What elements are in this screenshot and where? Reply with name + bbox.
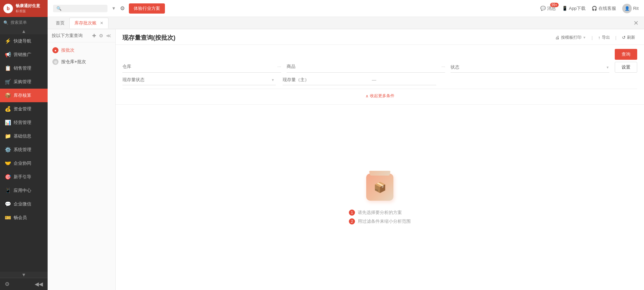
plan-icon-gray: ◎ bbox=[52, 59, 58, 65]
empty-icon-inner: 📦 bbox=[366, 174, 393, 201]
sidebar-scroll-up-btn[interactable]: ▲ bbox=[0, 28, 48, 34]
topbar-search-bar[interactable]: 🔍 bbox=[53, 5, 107, 12]
app-download-icon: 📱 bbox=[562, 6, 567, 11]
nav-label-inventory: 库存核算 bbox=[14, 92, 31, 98]
sidebar-item-enterprise[interactable]: 🤝 企业协同 bbox=[0, 157, 48, 170]
message-icon: 💬 bbox=[540, 6, 546, 11]
app-download-item[interactable]: 📱 App下载 bbox=[562, 5, 586, 12]
collapse-left-icon[interactable]: ≪ bbox=[106, 33, 111, 38]
empty-state: 📦 1 请先选择要分析的方案 2 用过滤条件来缩小分析范围 bbox=[116, 105, 644, 290]
sidebar-item-newbie[interactable]: 🎯 新手引导 bbox=[0, 170, 48, 184]
print-template-btn[interactable]: 🖨 按模板打印 ▼ bbox=[553, 33, 588, 42]
left-panel-title: 按以下方案查询 bbox=[52, 33, 83, 39]
settings-icon[interactable]: ⚙ bbox=[5, 281, 10, 287]
topbar-dropdown-icon[interactable]: ▼ bbox=[112, 6, 116, 11]
warehouse-more-icon[interactable]: ··· bbox=[277, 64, 281, 69]
sidebar-search[interactable]: 🔍 搜索菜单 bbox=[0, 17, 48, 28]
sidebar-item-ops[interactable]: 📊 经营管理 bbox=[0, 116, 48, 129]
left-panel-header: 按以下方案查询 ✚ ⚙ ≪ bbox=[48, 29, 115, 42]
company-name: 畅康通好生意 bbox=[16, 3, 40, 9]
left-panel: 按以下方案查询 ✚ ⚙ ≪ ● 按批次 ◎ 按仓库+批次 bbox=[48, 29, 116, 290]
warehouse-field: 仓库 ··· bbox=[122, 62, 281, 73]
nav-label-wechat: 企业微信 bbox=[14, 201, 31, 207]
topbar-gear-icon[interactable]: ⚙ bbox=[120, 5, 125, 12]
filter-row-2: 现存量状态 ▼ 现存量（主） — bbox=[122, 77, 637, 85]
plan-icon-red: ● bbox=[52, 47, 58, 53]
page-header-actions: 🖨 按模板打印 ▼ | ↑ 导出 | ↺ 刷新 bbox=[553, 33, 637, 42]
inventory-amount-min-input[interactable] bbox=[312, 77, 369, 83]
app-version: 标准版 bbox=[16, 9, 40, 14]
export-btn[interactable]: ↑ 导出 bbox=[596, 33, 612, 42]
sidebar-nav: ⚡ 快捷导航 📢 营销推广 📋 销售管理 🛒 采购管理 📦 库存核算 💰 资金管… bbox=[0, 34, 48, 272]
product-input[interactable] bbox=[298, 62, 440, 70]
nav-label-enterprise: 企业协同 bbox=[14, 160, 31, 166]
plan-settings-icon[interactable]: ⚙ bbox=[99, 33, 103, 38]
sidebar-item-system[interactable]: ⚙️ 系统管理 bbox=[0, 143, 48, 157]
nav-label-member: 畅会员 bbox=[14, 215, 27, 221]
collapse-sidebar-icon[interactable]: ◀◀ bbox=[35, 281, 43, 287]
status-select[interactable] bbox=[461, 65, 609, 70]
right-panel: 现存量查询(按批次) 🖨 按模板打印 ▼ | ↑ 导出 | ↺ bbox=[116, 29, 644, 290]
online-service-label: 在线客服 bbox=[598, 5, 616, 12]
plan-item-by-batch[interactable]: ● 按批次 bbox=[48, 44, 115, 56]
tab-inventory-batch-label: 库存批次账 bbox=[74, 20, 97, 26]
nav-label-basic: 基础信息 bbox=[14, 133, 31, 139]
tab-home-label: 首页 bbox=[56, 20, 65, 26]
nav-label-sales: 销售管理 bbox=[14, 65, 31, 71]
tip-num-1: 1 bbox=[349, 210, 355, 216]
nav-label-newbie: 新手引导 bbox=[14, 174, 31, 180]
refresh-label: 刷新 bbox=[627, 35, 635, 40]
sidebar-item-member[interactable]: 🎫 畅会员 bbox=[0, 211, 48, 224]
message-badge: 99+ bbox=[550, 3, 559, 7]
tab-inventory-batch[interactable]: 库存批次账 ✕ bbox=[69, 18, 108, 29]
sidebar-scroll-down-btn[interactable]: ▼ bbox=[0, 272, 48, 278]
sidebar-item-wechat[interactable]: 💬 企业微信 bbox=[0, 197, 48, 211]
tab-close-icon[interactable]: ✕ bbox=[100, 21, 103, 25]
inventory-status-select-wrap: ▼ bbox=[147, 77, 276, 83]
product-more-icon[interactable]: ··· bbox=[442, 64, 445, 69]
message-item[interactable]: 💬 消息 99+ bbox=[540, 5, 556, 12]
nav-icon-newbie: 🎯 bbox=[5, 174, 11, 180]
sidebar-item-basic[interactable]: 📁 基础信息 bbox=[0, 129, 48, 143]
collapse-row: ∧ 收起更多条件 bbox=[122, 89, 637, 100]
inventory-status-select[interactable] bbox=[147, 77, 276, 83]
settings-button[interactable]: 设置 bbox=[615, 62, 637, 73]
refresh-btn[interactable]: ↺ 刷新 bbox=[620, 33, 637, 42]
topbar-right: 💬 消息 99+ 📱 App下载 🎧 在线客服 👤 Rit bbox=[540, 4, 639, 13]
page-close-button[interactable]: ✕ bbox=[631, 19, 641, 27]
nav-icon-basic: 📁 bbox=[5, 133, 11, 139]
plan-label-by-warehouse: 按仓库+批次 bbox=[61, 59, 86, 65]
nav-label-app-center: 应用中心 bbox=[14, 187, 31, 194]
sidebar-item-finance[interactable]: 💰 资金管理 bbox=[0, 102, 48, 116]
left-panel-icons: ✚ ⚙ ≪ bbox=[92, 33, 111, 38]
sidebar-item-inventory[interactable]: 📦 库存核算 bbox=[0, 89, 48, 102]
warehouse-label: 仓库 bbox=[122, 64, 131, 70]
refresh-icon: ↺ bbox=[622, 35, 626, 40]
empty-tip-1: 1 请先选择要分析的方案 bbox=[349, 210, 411, 216]
sidebar-item-purchase[interactable]: 🛒 采购管理 bbox=[0, 75, 48, 89]
tab-home[interactable]: 首页 bbox=[51, 18, 69, 28]
plan-list: ● 按批次 ◎ 按仓库+批次 bbox=[48, 42, 115, 290]
sidebar-item-quick-nav[interactable]: ⚡ 快捷导航 bbox=[0, 34, 48, 48]
sidebar-item-marketing[interactable]: 📢 营销推广 bbox=[0, 48, 48, 61]
add-plan-icon[interactable]: ✚ bbox=[92, 33, 96, 38]
query-button[interactable]: 查询 bbox=[615, 49, 637, 60]
tip-num-2: 2 bbox=[349, 218, 355, 224]
warehouse-input[interactable] bbox=[133, 62, 275, 70]
collapse-btn[interactable]: ∧ 收起更多条件 bbox=[363, 92, 397, 100]
inventory-amount-field: 现存量（主） — bbox=[283, 77, 436, 85]
print-template-label: 按模板打印 bbox=[561, 35, 581, 40]
plan-item-by-warehouse-batch[interactable]: ◎ 按仓库+批次 bbox=[48, 56, 115, 68]
inventory-amount-max-input[interactable] bbox=[379, 77, 436, 83]
search-label: 搜索菜单 bbox=[11, 20, 27, 25]
sidebar-item-app-center[interactable]: 📱 应用中心 bbox=[0, 184, 48, 197]
username: Rit bbox=[633, 6, 639, 11]
page-title: 现存量查询(按批次) bbox=[122, 34, 175, 42]
app-download-label: App下载 bbox=[569, 5, 586, 12]
trial-button[interactable]: 体验行业方案 bbox=[129, 3, 165, 14]
online-service-item[interactable]: 🎧 在线客服 bbox=[592, 5, 616, 12]
topbar-left: 🔍 ▼ ⚙ 体验行业方案 bbox=[53, 3, 165, 14]
nav-icon-ops: 📊 bbox=[5, 120, 11, 126]
user-item[interactable]: 👤 Rit bbox=[622, 4, 639, 13]
sidebar-item-sales[interactable]: 📋 销售管理 bbox=[0, 61, 48, 75]
